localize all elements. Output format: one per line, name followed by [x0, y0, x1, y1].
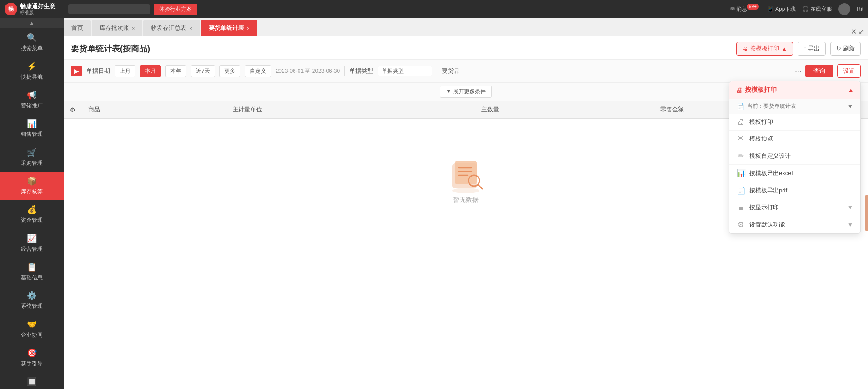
print-template-btn[interactable]: 🖨 按模板打印 ▲ [736, 42, 793, 56]
right-scrollbar[interactable] [865, 195, 868, 231]
expand-more-btn[interactable]: ▼ 展开更多条件 [440, 86, 491, 98]
dropdown-set-default[interactable]: ⚙ 设置默认功能 ▼ [729, 216, 860, 233]
dropdown-display-print-left: 🖥 按显示打印 [737, 203, 779, 212]
sidebar-item-basic[interactable]: 📋 基础信息 [0, 258, 64, 286]
refresh-label: 刷新 [843, 45, 855, 52]
sidebar-item-marketing[interactable]: 📢 营销推广 [0, 86, 64, 114]
tab-bar: 首页 库存批次账 × 收发存汇总表 × 要货单统计表 × ✕ ⤢ [64, 18, 868, 36]
inventory-icon: 📦 [27, 176, 37, 186]
table-settings-icon[interactable]: ⚙ [70, 106, 75, 113]
export-label: 导出 [808, 45, 820, 52]
filter-expand-icon[interactable]: ▶ [71, 66, 82, 76]
app-name: 畅康通好生意 [20, 3, 55, 10]
dropdown-item-template-print[interactable]: 🖨 模板打印 [729, 114, 860, 131]
sidebar-item-system[interactable]: ⚙️ 系统管理 [0, 286, 64, 315]
tab-batch-account[interactable]: 库存批次账 × [92, 20, 142, 36]
dropdown-current-template[interactable]: 📄 当前：要货单统计表 ▼ [729, 99, 860, 114]
online-service-label: 在线客服 [810, 5, 832, 13]
dropdown-template-preview-label: 模板预览 [749, 135, 773, 143]
marketing-icon: 📢 [27, 90, 37, 100]
sidebar-label-search-menu: 搜索菜单 [21, 45, 43, 52]
date-7days-btn[interactable]: 近7天 [191, 65, 215, 77]
query-btn[interactable]: 查询 [805, 65, 833, 77]
order-type-select[interactable]: 单据类型 [378, 66, 432, 76]
tab-collection-summary-close[interactable]: × [189, 25, 192, 31]
dropdown-item-template-excel[interactable]: 📊 按模板导出excel [729, 165, 860, 182]
industry-btn[interactable]: 体验行业方案 [154, 4, 197, 15]
sidebar-label-marketing: 营销推广 [21, 102, 43, 110]
app-download-btn[interactable]: 📱 App下载 [767, 5, 796, 13]
svg-point-0 [452, 188, 479, 193]
sidebar-label-guide: 新手引导 [21, 360, 43, 368]
dropdown-item-template-pdf[interactable]: 📄 按模板导出pdf [729, 182, 860, 199]
print-icon: 🖨 [742, 45, 748, 52]
dropdown-header-left: 🖨 按模板打印 [736, 86, 777, 94]
sidebar-label-inventory: 库存核算 [21, 188, 43, 196]
tab-order-stats[interactable]: 要货单统计表 × [201, 20, 257, 36]
message-label: 消息 [736, 5, 747, 13]
expand-more-label: 展开更多条件 [453, 88, 486, 95]
sidebar-label-basic: 基础信息 [21, 274, 43, 282]
sidebar-label-operations: 经营管理 [21, 245, 43, 253]
date-prev-month-btn[interactable]: 上月 [115, 65, 135, 77]
search-menu-icon: 🔍 [27, 33, 37, 43]
export-btn[interactable]: ↑ 导出 [798, 42, 826, 56]
dropdown-template-pdf-label: 按模板导出pdf [749, 187, 787, 195]
sidebar-item-inventory[interactable]: 📦 库存核算 [0, 172, 64, 200]
sidebar-item-sales[interactable]: 📊 销售管理 [0, 114, 64, 143]
sidebar-item-purchase[interactable]: 🛒 采购管理 [0, 143, 64, 172]
sidebar-item-appstore[interactable]: 🔲 应用中心 [0, 372, 64, 389]
table-col-settings[interactable]: ⚙ [64, 101, 82, 119]
dropdown-template-print-icon: 🖨 [737, 118, 745, 126]
table-col-unit: 主计量单位 [226, 101, 475, 119]
sidebar: ▲ 🔍 搜索菜单 ⚡ 快捷导航 📢 营销推广 📊 销售管理 🛒 采购管理 📦 库… [0, 18, 64, 389]
online-service-btn[interactable]: 🎧 在线客服 [802, 5, 832, 13]
tab-close-all-icon[interactable]: ✕ [851, 27, 857, 36]
refresh-icon: ↻ [836, 45, 841, 52]
sidebar-item-finance[interactable]: 💰 资金管理 [0, 200, 64, 229]
export-icon: ↑ [803, 45, 807, 52]
dropdown-display-print[interactable]: 🖥 按显示打印 ▼ [729, 199, 860, 216]
search-input[interactable] [68, 4, 150, 14]
svg-rect-2 [455, 161, 477, 184]
avatar[interactable] [838, 3, 850, 15]
dropdown-chevron-up-icon[interactable]: ▲ [848, 86, 854, 94]
appstore-icon: 🔲 [27, 377, 37, 387]
filter-divider-1 [344, 66, 345, 76]
sidebar-item-collab[interactable]: 🤝 企业协同 [0, 315, 64, 344]
dropdown-set-default-left: ⚙ 设置默认功能 [737, 220, 785, 229]
dropdown-template-print-label: 模板打印 [749, 118, 773, 126]
message-btn[interactable]: ✉ 消息 99+ [730, 5, 761, 13]
dropdown-item-template-preview[interactable]: 👁 模板预览 [729, 131, 860, 147]
message-icon: ✉ [730, 6, 735, 12]
sidebar-item-operations[interactable]: 📈 经营管理 [0, 229, 64, 258]
tab-maximize-icon[interactable]: ⤢ [858, 27, 864, 36]
sidebar-item-shortcut[interactable]: ⚡ 快捷导航 [0, 57, 64, 86]
date-label: 单据日期 [86, 67, 110, 75]
tab-home[interactable]: 首页 [64, 20, 91, 36]
date-current-year-btn[interactable]: 本年 [165, 65, 186, 77]
print-chevron-icon: ▲ [781, 45, 787, 52]
filter-divider-2 [437, 66, 437, 76]
date-current-month-btn[interactable]: 本月 [140, 65, 161, 77]
date-more-btn[interactable]: 更多 [219, 65, 240, 77]
refresh-btn[interactable]: ↻ 刷新 [830, 42, 861, 56]
sidebar-item-search-menu[interactable]: 🔍 搜索菜单 [0, 28, 64, 57]
dropdown-current-chevron[interactable]: ▼ [848, 103, 853, 110]
sales-icon: 📊 [27, 119, 37, 129]
logo-area: 畅 畅康通好生意 标准版 [5, 3, 68, 15]
sidebar-scroll-up[interactable]: ▲ [0, 18, 64, 28]
dropdown-item-template-design[interactable]: ✏ 模板自定义设计 [729, 147, 860, 165]
sidebar-item-guide[interactable]: 🎯 新手引导 [0, 344, 64, 372]
tab-batch-account-label: 库存批次账 [100, 24, 129, 32]
date-range-display: 2023-06-01 至 2023-06-30 [276, 67, 340, 75]
tab-collection-summary[interactable]: 收发存汇总表 × [143, 20, 200, 36]
settings-btn[interactable]: 设置 [837, 64, 861, 78]
order-type-label: 单据类型 [349, 67, 373, 75]
more-options-icon[interactable]: ··· [795, 66, 802, 76]
date-custom-btn[interactable]: 自定义 [245, 65, 271, 77]
tab-batch-account-close[interactable]: × [132, 25, 135, 31]
dropdown-display-print-chevron: ▼ [848, 204, 853, 211]
dropdown-template-pdf-icon: 📄 [737, 186, 745, 195]
tab-order-stats-close[interactable]: × [247, 25, 249, 31]
